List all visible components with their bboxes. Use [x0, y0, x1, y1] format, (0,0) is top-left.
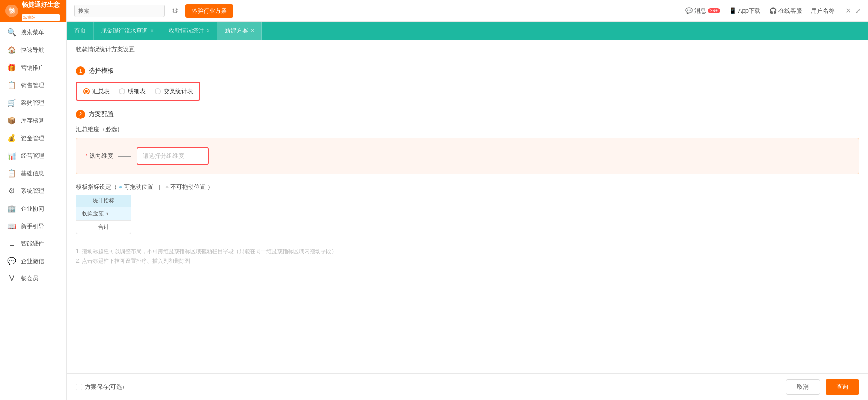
dimension-box: * 纵向维度 —— 请选择分组维度 [76, 138, 859, 174]
legend-fixed-label: 不可拖动位置 [170, 184, 206, 190]
step1-badge: 1 [76, 66, 85, 75]
sidebar-item-wechat[interactable]: 💬 企业微信 [0, 252, 66, 270]
app-download-label: App下载 [738, 7, 760, 15]
home-icon: 🏠 [7, 46, 16, 54]
metrics-label: 模板指标设定（ ● 可拖动位置 | ● 不可拖动位置 ） [76, 183, 859, 191]
step1-label: 选择模板 [89, 67, 114, 75]
tab-collection-stats[interactable]: 收款情况统计 × [161, 22, 217, 40]
sidebar-item-guide[interactable]: 📖 新手引导 [0, 217, 66, 235]
sidebar-item-label: 资金管理 [21, 134, 44, 142]
sidebar-item-finance[interactable]: 💰 资金管理 [0, 129, 66, 147]
tab-bank-flow-label: 现金银行流水查询 [101, 27, 148, 35]
sidebar-item-system[interactable]: ⚙ 系统管理 [0, 182, 66, 200]
tab-collection-stats-label: 收款情况统计 [169, 27, 204, 35]
metrics-dropdown-icon[interactable]: ▾ [106, 211, 108, 216]
metrics-total-cell: 合计 [76, 221, 131, 234]
search-input[interactable] [74, 5, 165, 17]
query-button[interactable]: 查询 [826, 379, 859, 395]
step2-label: 方案配置 [89, 110, 114, 118]
close-icon[interactable]: ✕ [845, 6, 851, 15]
sidebar-item-collab[interactable]: 🏢 企业协同 [0, 200, 66, 217]
sidebar-item-basic-info[interactable]: 📋 基础信息 [0, 165, 66, 182]
sidebar-item-label: 经营管理 [21, 152, 44, 160]
sidebar-item-purchase[interactable]: 🛒 采购管理 [0, 94, 66, 112]
step2-title: 2 方案配置 [76, 110, 859, 119]
form-body: 1 选择模板 汇总表 明细表 [67, 57, 868, 373]
service-icon: 🎧 [769, 7, 777, 14]
message-count: 99+ [708, 8, 720, 13]
radio-cross[interactable]: 交叉统计表 [155, 87, 193, 95]
message-icon: 💬 [685, 7, 693, 14]
message-label: 消息 [694, 7, 706, 15]
sidebar-item-label: 基础信息 [21, 169, 44, 178]
sidebar-item-member[interactable]: V 畅会员 [0, 270, 66, 287]
hardware-icon: 🖥 [7, 240, 16, 248]
purchase-icon: 🛒 [7, 99, 16, 107]
dimension-input[interactable]: 请选择分组维度 [137, 147, 209, 165]
tab-bank-flow-close[interactable]: × [151, 28, 154, 34]
radio-summary-label: 汇总表 [92, 87, 110, 95]
radio-detail-label: 明细表 [128, 87, 146, 95]
message-badge[interactable]: 💬 消息 99+ [685, 7, 720, 15]
sidebar-item-operations[interactable]: 📊 经营管理 [0, 147, 66, 165]
sidebar-item-label: 畅会员 [21, 274, 38, 282]
step1-title: 1 选择模板 [76, 66, 859, 75]
page-header-text: 收款情况统计方案设置 [76, 46, 135, 52]
wechat-icon: 💬 [7, 257, 16, 265]
metrics-category-label: 统计指标 [76, 195, 131, 207]
page-header: 收款情况统计方案设置 [67, 40, 868, 57]
radio-cross-label: 交叉统计表 [164, 87, 193, 95]
save-option-label: 方案保存(可选) [85, 383, 124, 391]
tips-area: 1. 拖动标题栏可以调整布局，不可跨维度或指标区域拖动栏目字段（只能在同一维度或… [76, 243, 859, 271]
step1-section: 1 选择模板 汇总表 明细表 [76, 66, 859, 101]
sidebar-item-label: 企业微信 [21, 257, 44, 265]
sales-icon: 📋 [7, 81, 16, 89]
save-option[interactable]: 方案保存(可选) [76, 383, 124, 391]
radio-detail[interactable]: 明细表 [119, 87, 146, 95]
search-menu-icon: 🔍 [7, 28, 16, 37]
basic-info-icon: 📋 [7, 169, 16, 178]
tab-home-label: 首页 [74, 27, 86, 35]
sidebar-item-label: 营销推广 [21, 64, 44, 72]
tab-new-plan-label: 新建方案 [225, 27, 248, 35]
metrics-header-amount: 收款金额 [82, 210, 104, 217]
logo-badge: 标准版 [22, 14, 60, 21]
online-service-label: 在线客服 [778, 7, 802, 15]
tab-new-plan-close[interactable]: × [251, 28, 254, 34]
metrics-header-row[interactable]: 收款金额 ▾ [76, 207, 131, 221]
maximize-icon[interactable]: ⤢ [855, 6, 861, 15]
sidebar-item-hardware[interactable]: 🖥 智能硬件 [0, 235, 66, 252]
topbar: ⚙ 体验行业方案 💬 消息 99+ 📱 App下载 🎧 在线客服 用户名称 ✕ … [67, 0, 868, 22]
save-checkbox[interactable] [76, 384, 82, 390]
sidebar-item-quick-nav[interactable]: 🏠 快速导航 [0, 41, 66, 59]
sidebar-item-label: 搜索菜单 [21, 28, 44, 37]
tab-bank-flow[interactable]: 现金银行流水查询 × [94, 22, 161, 40]
required-star: * [85, 153, 88, 160]
main-area: ⚙ 体验行业方案 💬 消息 99+ 📱 App下载 🎧 在线客服 用户名称 ✕ … [67, 0, 868, 400]
sidebar-item-inventory[interactable]: 📦 库存核算 [0, 112, 66, 129]
sidebar-item-label: 销售管理 [21, 81, 44, 89]
online-service[interactable]: 🎧 在线客服 [769, 7, 802, 15]
cancel-button[interactable]: 取消 [786, 379, 820, 395]
sidebar-logo: 畅 畅捷通好生意 标准版 [0, 0, 66, 22]
tabs-bar: 首页 现金银行流水查询 × 收款情况统计 × 新建方案 × [67, 22, 868, 40]
sidebar-item-label: 企业协同 [21, 205, 44, 213]
industry-btn[interactable]: 体验行业方案 [185, 4, 233, 18]
operations-icon: 📊 [7, 151, 16, 160]
sidebar-item-sales[interactable]: 📋 销售管理 [0, 76, 66, 94]
radio-dot-cross [155, 88, 161, 94]
user-name[interactable]: 用户名称 [811, 7, 835, 15]
tab-new-plan[interactable]: 新建方案 × [217, 22, 262, 40]
metrics-table: 统计指标 收款金额 ▾ 合计 [76, 195, 131, 234]
gear-icon[interactable]: ⚙ [172, 6, 178, 15]
sidebar-item-marketing[interactable]: 🎁 营销推广 [0, 59, 66, 76]
tab-collection-stats-close[interactable]: × [207, 28, 210, 34]
member-icon: V [7, 274, 16, 282]
template-radio-group: 汇总表 明细表 交叉统计表 [76, 82, 200, 101]
tab-home[interactable]: 首页 [67, 22, 94, 40]
radio-summary[interactable]: 汇总表 [83, 87, 110, 95]
sidebar-item-search-menu[interactable]: 🔍 搜索菜单 [0, 24, 66, 41]
radio-dot-detail [119, 88, 125, 94]
app-download[interactable]: 📱 App下载 [729, 7, 760, 15]
page-footer: 方案保存(可选) 取消 查询 [67, 373, 868, 400]
